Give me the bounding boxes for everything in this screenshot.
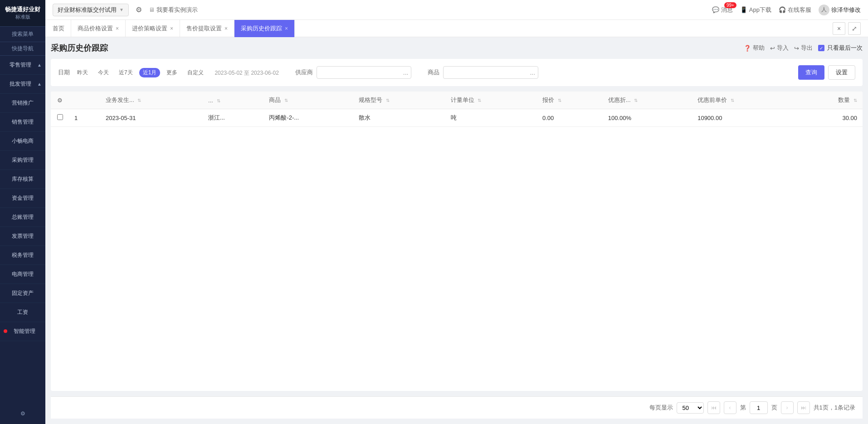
tab-history-price[interactable]: 采购历史价跟踪 × bbox=[234, 20, 295, 37]
message-button[interactable]: 💬 消息 99+ bbox=[712, 6, 733, 14]
sidebar-search[interactable]: 搜索菜单 bbox=[0, 27, 45, 42]
sidebar-item-smart-label: 智能管理 bbox=[7, 328, 42, 335]
tab-sale-extract[interactable]: 售价提取设置 × bbox=[180, 20, 234, 37]
last-page-button[interactable]: ⏭ bbox=[797, 401, 810, 414]
sidebar-logo: 畅捷通好业财 标准版 bbox=[0, 0, 45, 27]
sort-icon-spec: ⇅ bbox=[386, 98, 390, 103]
demo-button[interactable]: 🖥 我要看实例演示 bbox=[149, 6, 198, 14]
sidebar-item-finance[interactable]: 资金管理 bbox=[0, 189, 45, 208]
date-yesterday[interactable]: 昨天 bbox=[73, 68, 92, 77]
td-before-price: 10900.00 bbox=[692, 109, 797, 127]
tab-sale-extract-label: 售价提取设置 bbox=[186, 24, 222, 33]
sidebar-item-wholesale-label: 批发管理 bbox=[4, 80, 37, 88]
sidebar-item-smart[interactable]: 智能管理 bbox=[0, 322, 45, 341]
total-info: 共1页，1条记录 bbox=[814, 404, 855, 412]
sidebar-item-assets-label: 固定资产 bbox=[4, 289, 42, 297]
tab-price-settings-close[interactable]: × bbox=[116, 25, 119, 32]
tab-history-price-label: 采购历史价跟踪 bbox=[241, 24, 282, 33]
per-page-label: 每页显示 bbox=[649, 404, 673, 412]
monitor-icon: 🖥 bbox=[149, 6, 155, 13]
sidebar-nav[interactable]: 快捷导航 bbox=[0, 42, 45, 56]
sidebar-item-purchase[interactable]: 采购管理 bbox=[0, 151, 45, 170]
page-suffix: 页 bbox=[771, 404, 777, 412]
import-button[interactable]: ↩ 导入 bbox=[770, 44, 789, 52]
page-input[interactable] bbox=[750, 401, 768, 414]
sidebar-item-wholesale[interactable]: 批发管理 ▲ bbox=[0, 75, 45, 94]
sidebar-item-assets[interactable]: 固定资产 bbox=[0, 284, 45, 303]
td-biz-date: 2023-05-31 bbox=[100, 109, 203, 127]
th-discount[interactable]: 优惠折... ⇅ bbox=[603, 92, 692, 109]
filter-panel: 日期 昨天 今天 近7天 近1月 更多 自定义 2023-05-02 至 202… bbox=[51, 59, 863, 86]
date-today[interactable]: 今天 bbox=[94, 68, 112, 77]
td-qty: 30.00 bbox=[797, 109, 863, 127]
version-selector[interactable]: 好业财标准版交付试用 ▼ bbox=[53, 4, 129, 16]
th-spec[interactable]: 规格型号 ⇅ bbox=[353, 92, 445, 109]
sidebar-item-ledger-label: 总账管理 bbox=[4, 213, 42, 221]
only-last-checkbox[interactable]: 只看最后一次 bbox=[818, 44, 863, 52]
th-before-price[interactable]: 优惠前单价 ⇅ bbox=[692, 92, 797, 109]
th-supplier[interactable]: ... ⇅ bbox=[203, 92, 263, 109]
th-unit[interactable]: 计量单位 ⇅ bbox=[445, 92, 537, 109]
sidebar-item-invoice[interactable]: 发票管理 bbox=[0, 227, 45, 246]
sort-icon-before-price: ⇅ bbox=[731, 98, 734, 103]
tab-sale-extract-close[interactable]: × bbox=[224, 25, 228, 32]
sort-icon-goods: ⇅ bbox=[284, 98, 288, 103]
next-page-button[interactable]: › bbox=[781, 401, 794, 414]
sidebar-item-retail[interactable]: 零售管理 ▲ bbox=[0, 56, 45, 75]
table-header-row: ⚙ 业务发生... ⇅ ... ⇅ 商品 ⇅ 规格型号 ⇅ 计量单位 ⇅ 报价 … bbox=[51, 92, 863, 109]
topbar: 好业财标准版交付试用 ▼ ⚙ 🖥 我要看实例演示 💬 消息 99+ 📱 App下… bbox=[45, 0, 868, 20]
th-price[interactable]: 报价 ⇅ bbox=[537, 92, 603, 109]
sidebar-item-inventory[interactable]: 库存核算 bbox=[0, 170, 45, 189]
export-button[interactable]: ↪ 导出 bbox=[794, 44, 813, 52]
sidebar-item-purchase-label: 采购管理 bbox=[4, 156, 42, 164]
th-settings[interactable]: ⚙ bbox=[51, 92, 69, 109]
settings-button[interactable]: 设置 bbox=[828, 65, 855, 80]
supplier-input[interactable] bbox=[317, 69, 400, 76]
first-page-button[interactable]: ⏮ bbox=[707, 401, 720, 414]
date-last1m[interactable]: 近1月 bbox=[139, 68, 161, 77]
tab-history-price-close[interactable]: × bbox=[285, 25, 288, 32]
supplier-input-wrap: ... bbox=[317, 66, 412, 79]
tab-purchase-strategy-close[interactable]: × bbox=[170, 25, 173, 32]
th-goods[interactable]: 商品 ⇅ bbox=[263, 92, 353, 109]
date-last7[interactable]: 近7天 bbox=[115, 68, 137, 77]
date-custom[interactable]: 自定义 bbox=[184, 68, 207, 77]
per-page-select[interactable]: 50 20 100 200 bbox=[677, 402, 704, 414]
td-unit: 吨 bbox=[445, 109, 537, 127]
sidebar-item-salary[interactable]: 工资 bbox=[0, 303, 45, 322]
sidebar-item-ecom-small-label: 小畅电商 bbox=[4, 137, 42, 145]
th-qty[interactable]: 数量 ⇅ bbox=[797, 92, 863, 109]
message-badge: 99+ bbox=[724, 2, 736, 8]
goods-input[interactable] bbox=[444, 69, 527, 76]
td-checkbox[interactable] bbox=[51, 109, 69, 127]
sidebar-item-ecom[interactable]: 电商管理 bbox=[0, 265, 45, 284]
import-label: 导入 bbox=[777, 44, 789, 52]
window-close-button[interactable]: × bbox=[833, 22, 845, 35]
sidebar-item-ecom-small[interactable]: 小畅电商 bbox=[0, 132, 45, 151]
prev-page-button[interactable]: ‹ bbox=[724, 401, 736, 414]
tab-price-settings[interactable]: 商品价格设置 × bbox=[71, 20, 126, 37]
sidebar-item-marketing[interactable]: 营销推广 bbox=[0, 94, 45, 113]
sidebar-item-tax[interactable]: 税务管理 bbox=[0, 246, 45, 265]
tab-bar: 首页 商品价格设置 × 进价策略设置 × 售价提取设置 × 采购历史价跟踪 × … bbox=[45, 20, 868, 37]
sidebar-item-ledger[interactable]: 总账管理 bbox=[0, 208, 45, 227]
sort-icon-qty: ⇅ bbox=[853, 98, 857, 103]
sidebar-item-sales[interactable]: 销售管理 bbox=[0, 113, 45, 132]
sidebar-settings-button[interactable]: ⚙ bbox=[4, 408, 42, 419]
date-more[interactable]: 更多 bbox=[163, 68, 181, 77]
help-link[interactable]: ❓ 帮助 bbox=[744, 44, 765, 52]
tab-purchase-strategy[interactable]: 进价策略设置 × bbox=[126, 20, 180, 37]
goods-dots[interactable]: ... bbox=[527, 69, 538, 76]
supplier-dots[interactable]: ... bbox=[400, 69, 411, 76]
topbar-settings-button[interactable]: ⚙ bbox=[132, 4, 145, 16]
td-goods: 丙烯酸-2-... bbox=[263, 109, 353, 127]
tab-home[interactable]: 首页 bbox=[53, 20, 71, 37]
th-biz-date[interactable]: 业务发生... ⇅ bbox=[100, 92, 203, 109]
user-menu[interactable]: 人 徐泽华修改 bbox=[819, 5, 861, 15]
app-download-button[interactable]: 📱 App下载 bbox=[740, 6, 771, 14]
window-expand-button[interactable]: ⤢ bbox=[848, 22, 861, 35]
online-service-button[interactable]: 🎧 在线客服 bbox=[779, 6, 811, 14]
query-button[interactable]: 查询 bbox=[798, 65, 824, 80]
checkbox-icon bbox=[818, 45, 824, 51]
td-discount: 100.00% bbox=[603, 109, 692, 127]
